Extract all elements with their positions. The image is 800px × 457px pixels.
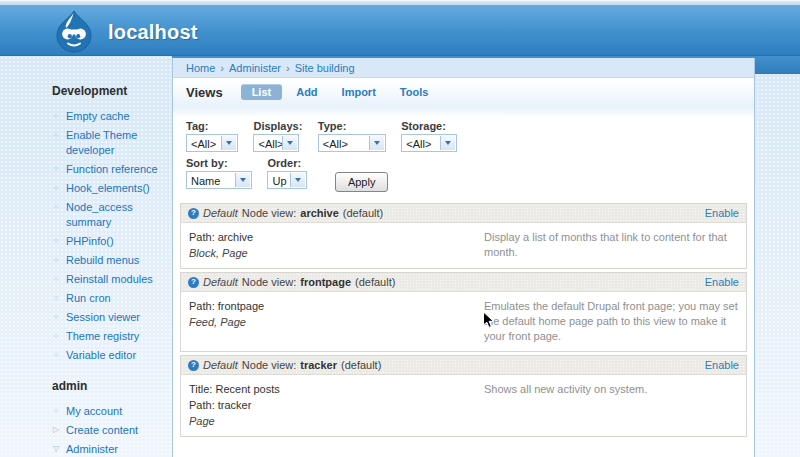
view-row-frontpage: ? Default Node view: frontpage (default)… <box>180 272 747 352</box>
order-select[interactable]: Up <box>267 171 307 189</box>
sidebar-item-function-reference[interactable]: Function reference <box>52 162 166 177</box>
filter-order: Order: Up <box>267 157 307 189</box>
storage-select[interactable]: <All> <box>401 134 457 152</box>
sidebar-item-session-viewer[interactable]: Session viewer <box>52 310 166 325</box>
filter-storage: Storage: <All> <box>401 120 457 152</box>
sidebar-link[interactable]: Variable editor <box>66 348 136 363</box>
storage-label: Storage: <box>401 120 457 132</box>
enable-link[interactable]: Enable <box>705 276 739 288</box>
view-path: Path: frontpage <box>189 298 484 314</box>
sidebar-item-my-account[interactable]: My account <box>52 404 166 419</box>
tab-add[interactable]: Add <box>296 86 317 98</box>
view-row-tracker: ? Default Node view: tracker (default) E… <box>180 355 747 437</box>
drupal-logo-icon[interactable] <box>54 10 94 57</box>
view-name: frontpage <box>300 276 351 288</box>
development-menu: Empty cache Enable Theme developer Funct… <box>52 109 166 363</box>
view-displays: Page <box>189 413 484 429</box>
sidebar-item-enable-theme-developer[interactable]: Enable Theme developer <box>52 128 166 158</box>
chevron-down-icon[interactable] <box>235 173 250 187</box>
sidebar-link[interactable]: Session viewer <box>66 310 140 325</box>
sidebar-link[interactable]: Rebuild menus <box>66 253 139 268</box>
sidebar-item-variable-editor[interactable]: Variable editor <box>52 348 166 363</box>
view-path: Path: tracker <box>189 397 484 413</box>
tab-import[interactable]: Import <box>342 86 376 98</box>
view-description: Display a list of months that link to co… <box>484 229 738 261</box>
sidebar-item-reinstall-modules[interactable]: Reinstall modules <box>52 272 166 287</box>
chevron-down-icon[interactable] <box>221 136 236 150</box>
sidebar-link[interactable]: Create content <box>66 423 138 438</box>
mouse-cursor-icon <box>482 311 495 334</box>
chevron-down-icon[interactable] <box>282 136 297 150</box>
sidebar-item-phpinfo[interactable]: PHPinfo() <box>52 234 166 249</box>
type-select[interactable]: <All> <box>318 134 386 152</box>
expanded-arrow-icon[interactable] <box>52 442 60 457</box>
filter-row-2: Sort by: Name Order: Up Apply <box>186 157 741 192</box>
breadcrumb-link-administer[interactable]: Administer <box>229 62 281 74</box>
breadcrumb: Home › Administer › Site building <box>173 58 754 78</box>
type-select-value: <All> <box>323 138 348 150</box>
help-icon[interactable]: ? <box>188 208 199 219</box>
sidebar-link[interactable]: Theme registry <box>66 329 139 344</box>
sidebar-link[interactable]: Administer <box>66 442 118 457</box>
chevron-down-icon[interactable] <box>440 136 455 150</box>
sidebar-link[interactable]: Enable Theme developer <box>66 128 166 158</box>
chevron-down-icon[interactable] <box>369 136 384 150</box>
tag-select[interactable]: <All> <box>186 134 238 152</box>
sidebar-item-rebuild-menus[interactable]: Rebuild menus <box>52 253 166 268</box>
header-fade <box>173 106 754 118</box>
circle-bullet-icon <box>52 329 60 344</box>
view-details: Path: frontpage Feed, Page <box>189 298 484 344</box>
sidebar-link[interactable]: Hook_elements() <box>66 181 150 196</box>
site-title[interactable]: localhost <box>108 21 198 44</box>
circle-bullet-icon <box>52 404 60 419</box>
chevron-down-icon[interactable] <box>290 173 305 187</box>
circle-bullet-icon <box>52 181 60 196</box>
sort-by-select[interactable]: Name <box>186 171 252 189</box>
view-displays: Block, Page <box>189 245 484 261</box>
default-suffix: (default) <box>355 276 395 288</box>
sidebar-link[interactable]: PHPinfo() <box>66 234 114 249</box>
apply-button[interactable]: Apply <box>335 172 389 192</box>
sidebar-section-title-development: Development <box>52 84 166 98</box>
sort-by-select-value: Name <box>191 175 220 187</box>
view-row-header: ? Default Node view: frontpage (default)… <box>181 273 746 292</box>
view-row-body: Title: Recent posts Path: tracker Page S… <box>181 375 746 436</box>
view-row-header: ? Default Node view: tracker (default) E… <box>181 356 746 375</box>
view-row-body: Path: frontpage Feed, Page Emulates the … <box>181 292 746 351</box>
tab-list[interactable]: List <box>241 84 283 100</box>
circle-bullet-icon <box>52 291 60 306</box>
sidebar-link[interactable]: My account <box>66 404 122 419</box>
enable-link[interactable]: Enable <box>705 359 739 371</box>
sidebar-link[interactable]: Node_access summary <box>66 200 166 230</box>
view-type-label: Node view: <box>242 276 296 288</box>
sidebar-item-run-cron[interactable]: Run cron <box>52 291 166 306</box>
order-label: Order: <box>267 157 307 169</box>
sidebar-link[interactable]: Function reference <box>66 162 158 177</box>
enable-link[interactable]: Enable <box>705 207 739 219</box>
displays-select[interactable]: <All> <box>253 134 299 152</box>
view-type-label: Node view: <box>242 207 296 219</box>
order-select-value: Up <box>272 175 286 187</box>
sidebar-item-empty-cache[interactable]: Empty cache <box>52 109 166 124</box>
view-name: tracker <box>300 359 337 371</box>
collapsed-arrow-icon[interactable] <box>52 423 60 438</box>
view-row-archive: ? Default Node view: archive (default) E… <box>180 203 747 269</box>
help-icon[interactable]: ? <box>188 277 199 288</box>
sidebar-item-administer[interactable]: Administer <box>52 442 166 457</box>
site-header: localhost <box>0 0 800 56</box>
filter-row-1: Tag: <All> Displays: <All> Type: <All> S… <box>186 120 741 152</box>
tab-tools[interactable]: Tools <box>400 86 429 98</box>
sidebar-link[interactable]: Reinstall modules <box>66 272 153 287</box>
sidebar-link[interactable]: Empty cache <box>66 109 130 124</box>
breadcrumb-link-home[interactable]: Home <box>186 62 215 74</box>
sidebar-item-theme-registry[interactable]: Theme registry <box>52 329 166 344</box>
sort-by-label: Sort by: <box>186 157 252 169</box>
sidebar-item-node-access-summary[interactable]: Node_access summary <box>52 200 166 230</box>
view-filters: Tag: <All> Displays: <All> Type: <All> S… <box>173 118 754 192</box>
sidebar-link[interactable]: Run cron <box>66 291 111 306</box>
sidebar-item-hook-elements[interactable]: Hook_elements() <box>52 181 166 196</box>
storage-select-value: <All> <box>406 138 431 150</box>
sidebar-item-create-content[interactable]: Create content <box>52 423 166 438</box>
breadcrumb-link-site-building[interactable]: Site building <box>295 62 355 74</box>
help-icon[interactable]: ? <box>188 360 199 371</box>
